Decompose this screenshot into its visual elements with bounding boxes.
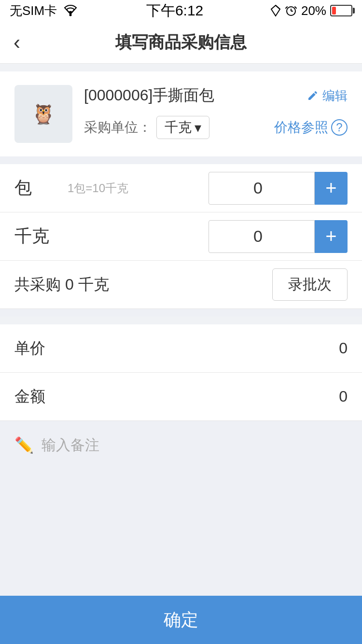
kg-plus-button[interactable]: + bbox=[315, 220, 348, 253]
bag-sublabel: 1包=10千克 bbox=[68, 181, 209, 196]
help-text: ? bbox=[336, 121, 342, 134]
status-bar: 无SIM卡 下午6:12 20% bbox=[0, 0, 362, 21]
notes-placeholder: 输入备注 bbox=[42, 435, 99, 455]
wifi-icon bbox=[62, 4, 79, 17]
notes-section[interactable]: ✏️ 输入备注 bbox=[0, 421, 362, 469]
battery-fill bbox=[332, 7, 336, 14]
product-name: [0000006]手撕面包 bbox=[84, 85, 214, 106]
input-section: 包 1包=10千克 + 千克 + 共采购 0 千克 录批次 bbox=[0, 164, 362, 309]
battery-percentage: 20% bbox=[301, 3, 326, 18]
edit-icon bbox=[307, 90, 319, 101]
alarm-icon bbox=[285, 4, 297, 17]
status-left: 无SIM卡 bbox=[10, 2, 79, 19]
price-info-section: 单价 0 金额 0 bbox=[0, 324, 362, 421]
kg-label: 千克 bbox=[14, 224, 63, 248]
price-ref-button[interactable]: 价格参照 ? bbox=[274, 118, 348, 137]
unit-price-label: 单价 bbox=[14, 338, 45, 359]
summary-label: 共采购 bbox=[14, 276, 65, 293]
bag-input-wrapper: + bbox=[209, 172, 348, 205]
pencil-icon: ✏️ bbox=[14, 436, 34, 454]
carrier-text: 无SIM卡 bbox=[10, 2, 57, 19]
edit-button[interactable]: 编辑 bbox=[307, 87, 348, 104]
battery-icon bbox=[330, 5, 352, 16]
status-time: 下午6:12 bbox=[146, 1, 203, 21]
unit-select[interactable]: 千克 ▾ bbox=[156, 116, 209, 139]
summary-row: 共采购 0 千克 录批次 bbox=[0, 261, 362, 309]
unit-price-row: 单价 0 bbox=[0, 324, 362, 373]
section-divider-2 bbox=[0, 309, 362, 317]
nav-bar: ‹ 填写商品采购信息 bbox=[0, 21, 362, 64]
purchase-unit-label: 采购单位： bbox=[84, 118, 152, 137]
amount-label: 金额 bbox=[14, 386, 45, 407]
amount-value: 0 bbox=[339, 388, 348, 406]
location-icon bbox=[270, 4, 281, 17]
summary-text: 共采购 0 千克 bbox=[14, 274, 109, 295]
kg-input[interactable] bbox=[209, 220, 315, 253]
product-card: 🦉 [0000006]手撕面包 编辑 采购单位： 千克 ▾ 价格参照 bbox=[0, 71, 362, 156]
purchase-unit-row: 采购单位： 千克 ▾ 价格参照 ? bbox=[84, 116, 348, 139]
batch-button[interactable]: 录批次 bbox=[272, 268, 348, 301]
unit-value: 千克 bbox=[165, 118, 192, 137]
help-icon: ? bbox=[331, 119, 348, 136]
status-right: 20% bbox=[270, 3, 352, 18]
kg-plus-icon: + bbox=[325, 225, 336, 247]
amount-row: 金额 0 bbox=[0, 373, 362, 421]
bag-input-row: 包 1包=10千克 + bbox=[0, 164, 362, 212]
product-logo-icon: 🦉 bbox=[31, 103, 56, 126]
back-button[interactable]: ‹ bbox=[14, 31, 20, 54]
summary-amount: 0 bbox=[65, 276, 78, 293]
edit-label: 编辑 bbox=[322, 87, 348, 104]
summary-unit: 千克 bbox=[78, 276, 109, 293]
nav-title: 填写商品采购信息 bbox=[115, 31, 247, 54]
confirm-button[interactable]: 确定 bbox=[0, 596, 362, 644]
dropdown-arrow-icon: ▾ bbox=[195, 120, 201, 136]
kg-input-row: 千克 + bbox=[0, 212, 362, 261]
product-name-row: [0000006]手撕面包 编辑 bbox=[84, 85, 348, 106]
price-ref-label: 价格参照 bbox=[274, 118, 328, 137]
bag-input[interactable] bbox=[209, 172, 315, 205]
section-divider-1 bbox=[0, 156, 362, 164]
bag-plus-button[interactable]: + bbox=[315, 172, 348, 205]
svg-point-0 bbox=[70, 14, 72, 16]
product-image: 🦉 bbox=[14, 85, 72, 143]
product-info: [0000006]手撕面包 编辑 采购单位： 千克 ▾ 价格参照 ? bbox=[84, 85, 348, 139]
kg-input-wrapper: + bbox=[209, 220, 348, 253]
unit-price-value: 0 bbox=[339, 339, 348, 357]
bag-label: 包 bbox=[14, 176, 63, 200]
bag-plus-icon: + bbox=[325, 177, 336, 199]
